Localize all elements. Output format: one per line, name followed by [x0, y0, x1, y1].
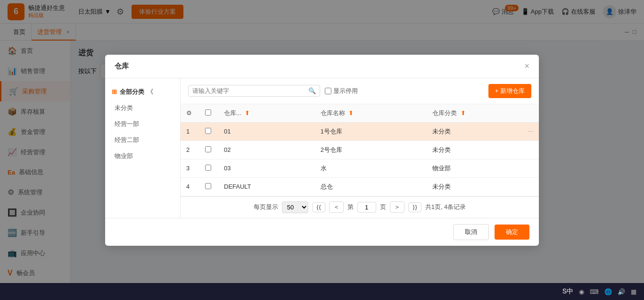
select-all-checkbox[interactable]	[205, 109, 211, 116]
table-row[interactable]: 2 02 2号仓库 未分类	[181, 141, 539, 159]
category-header: ⊞ 全部分类 《	[105, 84, 180, 100]
th-category: 仓库分类 ⬆	[427, 104, 539, 123]
confirm-button[interactable]: 确定	[495, 225, 529, 240]
row-category: 物业部	[427, 159, 539, 177]
row-index: 4	[181, 177, 199, 196]
page-first-button[interactable]: ⟨⟨	[312, 202, 325, 212]
row-code: 01	[218, 122, 315, 141]
statusbar: S中 ◉ ⌨ 🌐 🔊 ▦	[0, 283, 644, 300]
th-gear-icon: ⚙	[186, 109, 192, 117]
show-disabled-label: 显示停用	[325, 87, 358, 95]
pagination: 每页显示 50 100 ⟨⟨ ＜ 第 页 ＞ ⟩⟩ 共1页, 4条记录	[181, 196, 539, 218]
row-checkbox	[199, 122, 218, 141]
th-code: 仓库... ⬆	[218, 104, 315, 123]
modal-sidebar: ⊞ 全部分类 《 未分类 经营一部 经营二部 物业部	[105, 78, 181, 218]
th-name: 仓库名称 ⬆	[315, 104, 427, 123]
cancel-button[interactable]: 取消	[453, 224, 489, 240]
statusbar-record-icon: ◉	[579, 288, 584, 295]
sort-icon-name: ⬆	[348, 109, 354, 117]
table-row[interactable]: 1 01 1号仓库 未分类 ···	[181, 122, 539, 141]
row-checkbox	[199, 159, 218, 177]
row-select-checkbox[interactable]	[205, 128, 211, 134]
modal-footer: 取消 确定	[105, 218, 539, 246]
page-last-button[interactable]: ⟩⟩	[408, 202, 421, 212]
row-name: 1号仓库	[315, 122, 427, 141]
page-unit: 页	[380, 203, 386, 211]
row-checkbox	[199, 141, 218, 159]
category-item-2[interactable]: 经营二部	[105, 132, 180, 148]
sort-icon-category: ⬆	[461, 109, 466, 117]
row-name: 总仓	[315, 177, 427, 196]
category-item-1[interactable]: 经营一部	[105, 116, 180, 132]
category-item-0[interactable]: 未分类	[105, 100, 180, 116]
warehouse-table: ⚙ 仓库... ⬆ 仓库名称 ⬆ 仓库分类 ⬆ 1 01	[181, 104, 539, 196]
category-item-3[interactable]: 物业部	[105, 148, 180, 164]
warehouse-modal: 仓库 × ⊞ 全部分类 《 未分类 经营一部 经营二部 物业部	[105, 55, 539, 246]
row-code: 03	[218, 159, 315, 177]
modal-toolbar: 🔍 显示停用 + 新增仓库	[181, 78, 539, 104]
statusbar-s-icon: S中	[562, 287, 573, 296]
row-index: 2	[181, 141, 199, 159]
row-select-checkbox[interactable]	[205, 165, 211, 171]
add-warehouse-button[interactable]: + 新增仓库	[488, 84, 531, 98]
row-category: 未分类	[427, 141, 539, 159]
search-input[interactable]	[192, 87, 305, 94]
row-name: 水	[315, 159, 427, 177]
page-label: 第	[347, 203, 354, 211]
modal-close-icon[interactable]: ×	[524, 61, 529, 71]
per-page-label: 每页显示	[254, 203, 278, 211]
row-code: DEFAULT	[218, 177, 315, 196]
statusbar-network-icon: 🌐	[604, 288, 612, 295]
page-next-button[interactable]: ＞	[390, 201, 405, 213]
modal-header: 仓库 ×	[105, 55, 539, 78]
per-page-select[interactable]: 50 100	[282, 201, 308, 213]
th-gear: ⚙	[181, 104, 199, 123]
show-disabled-checkbox[interactable]	[325, 88, 331, 94]
row-checkbox	[199, 177, 218, 196]
page-input[interactable]	[357, 202, 376, 213]
row-category: 未分类 ···	[427, 122, 539, 141]
modal-overlay: 仓库 × ⊞ 全部分类 《 未分类 经营一部 经营二部 物业部	[0, 0, 644, 300]
statusbar-keyboard-icon: ⌨	[590, 288, 599, 295]
statusbar-sound-icon: 🔊	[618, 288, 625, 295]
total-info: 共1页, 4条记录	[425, 203, 466, 211]
table-row[interactable]: 3 03 水 物业部	[181, 159, 539, 177]
row-index: 3	[181, 159, 199, 177]
row-code: 02	[218, 141, 315, 159]
page-prev-button[interactable]: ＜	[329, 201, 344, 213]
modal-body: ⊞ 全部分类 《 未分类 经营一部 经营二部 物业部 🔍	[105, 78, 539, 218]
row-select-checkbox[interactable]	[205, 146, 211, 152]
collapse-icon[interactable]: 《	[147, 88, 153, 96]
search-box: 🔍	[188, 85, 320, 97]
row-select-checkbox[interactable]	[205, 183, 211, 189]
modal-title: 仓库	[115, 62, 129, 71]
category-header-label: 全部分类	[120, 88, 144, 96]
modal-content: 🔍 显示停用 + 新增仓库 ⚙	[181, 78, 539, 218]
search-icon[interactable]: 🔍	[308, 87, 316, 94]
row-index: 1	[181, 122, 199, 141]
th-checkbox	[199, 104, 218, 123]
show-disabled-text: 显示停用	[333, 87, 358, 95]
sort-icon-code: ⬆	[245, 109, 250, 117]
row-name: 2号仓库	[315, 141, 427, 159]
statusbar-grid-icon: ▦	[631, 288, 636, 295]
row-category: 未分类	[427, 177, 539, 196]
grid-icon: ⊞	[112, 88, 117, 95]
table-row[interactable]: 4 DEFAULT 总仓 未分类	[181, 177, 539, 196]
